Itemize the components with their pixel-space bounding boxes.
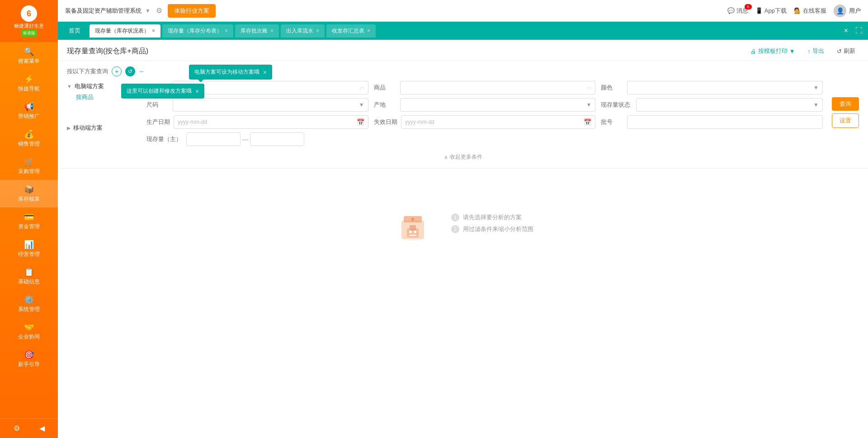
collapse-btn[interactable]: ∧ 收起更多条件 — [444, 153, 482, 161]
color-select[interactable]: ▼ — [627, 81, 823, 94]
tree-expand-icon-mobile: ▶ — [67, 125, 71, 131]
main-area: 装备及固定资产辅助管理系统 ▼ ⚙ 体验行业方案 💬 消息 6 📱 App下载 … — [58, 0, 868, 438]
tooltip-close-icon[interactable]: × — [263, 69, 267, 76]
tab-close-icon[interactable]: × — [270, 28, 274, 34]
origin-select[interactable]: ▼ — [400, 98, 596, 112]
expire-date-input[interactable]: yyyy-mm-dd 📅 — [401, 115, 596, 129]
system-name: 装备及固定资产辅助管理系统 — [65, 7, 142, 15]
scheme-desktop-label: 电脑端方案 — [75, 82, 104, 90]
sidebar: 6 畅捷通好生意 标准版 🔍 搜索菜单 ⚡ 快捷导航 📢 营销推广 💰 销售管理… — [0, 0, 58, 438]
support-label: 在线客服 — [803, 7, 826, 15]
sidebar-item-label: 快捷导航 — [18, 85, 40, 93]
tab-close-icon[interactable]: × — [152, 28, 155, 34]
tab-label: 出入库流水 — [286, 27, 313, 35]
filter-fields: 仓库 ··· 商品 ··· — [146, 81, 859, 150]
export-btn[interactable]: ↑ 导出 — [804, 45, 828, 57]
search-btn[interactable]: 查询 — [832, 97, 859, 111]
close-all-tabs-icon[interactable]: × — [842, 25, 850, 37]
tab-home[interactable]: 首页 — [61, 23, 88, 38]
sidebar-item-guide[interactable]: 🎯 新手引导 — [0, 345, 58, 373]
status-select[interactable]: ▼ — [636, 98, 823, 112]
system-icon: ⚙️ — [24, 295, 34, 305]
stock-min-input[interactable] — [186, 132, 241, 146]
size-select[interactable]: ▼ — [173, 98, 368, 112]
product-label: 商品 — [374, 84, 396, 92]
tab-close-icon[interactable]: × — [316, 28, 319, 34]
set-btn[interactable]: 设置 — [832, 113, 859, 128]
marketing-icon: 📢 — [24, 102, 34, 112]
tab-inout-flow[interactable]: 出入库流水 × — [281, 24, 325, 38]
avatar: 👤 — [834, 5, 846, 17]
empty-state: 1 请先选择要分析的方案 2 用过滤条件来缩小分析范围 — [58, 169, 868, 282]
logo-icon: 6 — [21, 5, 37, 22]
filter-area: 电脑方案可设为移动方案哦 × 按以下方案查询 + ↺ ← 这里可以创建和修改方案… — [58, 61, 868, 169]
svg-point-2 — [411, 218, 414, 221]
stock-max-input[interactable] — [250, 132, 304, 146]
filter-label: 按以下方案查询 — [67, 67, 108, 75]
notice-btn[interactable]: 💬 消息 6 — [727, 7, 748, 15]
filter-row-2: 尺码 ▼ 产地 ▼ — [146, 98, 823, 112]
tab-inventory-dist[interactable]: 现存量（库存分布表） × — [162, 24, 233, 38]
user-menu[interactable]: 👤 用户 — [834, 5, 861, 17]
tab-close-icon[interactable]: × — [225, 28, 228, 34]
settings-icon[interactable]: ⚙ — [12, 422, 22, 434]
sales-icon: 💰 — [24, 129, 34, 139]
filter-field-stock: 现存量（主） — — [146, 132, 304, 146]
sidebar-item-operation[interactable]: 📊 经营管理 — [0, 235, 58, 263]
refresh-btn[interactable]: ↺ 刷新 — [833, 45, 859, 57]
system-dropdown-icon[interactable]: ▼ — [145, 8, 151, 14]
tab-receive-summary[interactable]: 收发存汇总表 × — [326, 24, 376, 38]
stock-range: — — [186, 132, 304, 146]
empty-illustration — [392, 205, 433, 245]
tab-close-icon[interactable]: × — [367, 28, 370, 34]
collapse-label: 收起更多条件 — [450, 153, 482, 161]
filter-add-btn[interactable]: + — [112, 66, 122, 76]
step-text-2: 用过滤条件来缩小分析范围 — [463, 225, 533, 233]
fullscreen-icon[interactable]: ⛶ — [854, 25, 864, 37]
guide-icon: 🎯 — [24, 350, 34, 360]
sidebar-item-basic[interactable]: 📋 基础信息 — [0, 263, 58, 290]
filter-field-color: 颜色 ▼ — [601, 81, 823, 94]
produce-date-input[interactable]: yyyy-mm-dd 📅 — [174, 115, 368, 129]
sidebar-item-capital[interactable]: 💳 资金管理 — [0, 207, 58, 235]
filter-edit-btn[interactable]: ↺ — [125, 66, 135, 76]
sidebar-item-marketing[interactable]: 📢 营销推广 — [0, 97, 58, 125]
industry-btn[interactable]: 体验行业方案 — [168, 4, 216, 18]
product-select[interactable]: ··· — [400, 81, 596, 94]
sidebar-item-inventory[interactable]: 📦 库存核算 — [0, 180, 58, 207]
topbar: 装备及固定资产辅助管理系统 ▼ ⚙ 体验行业方案 💬 消息 6 📱 App下载 … — [58, 0, 868, 22]
color-dropdown-icon: ▼ — [813, 85, 819, 91]
sidebar-item-sales[interactable]: 💰 销售管理 — [0, 125, 58, 152]
sidebar-item-system[interactable]: ⚙️ 系统管理 — [0, 290, 58, 318]
topbar-settings-icon[interactable]: ⚙ — [156, 6, 162, 15]
sidebar-item-quick[interactable]: ⚡ 快捷导航 — [0, 70, 58, 97]
tooltip-edit-close-icon[interactable]: × — [195, 88, 199, 95]
batch-label: 批号 — [601, 118, 623, 126]
page-header: 现存量查询(按仓库+商品) 🖨 按模板打印 ▼ ↑ 导出 ↺ 刷新 — [58, 40, 868, 61]
expire-date-label: 失效日期 — [374, 118, 397, 126]
scheme-mobile[interactable]: ▶ 移动端方案 — [67, 122, 139, 133]
tab-inventory-status[interactable]: 现存量（库存状况表） × — [90, 24, 160, 38]
sidebar-item-label: 系统管理 — [18, 306, 40, 313]
tab-batch-account[interactable]: 库存批次账 × — [235, 24, 279, 38]
sidebar-item-enterprise[interactable]: 🤝 企业协同 — [0, 318, 58, 345]
batch-input[interactable] — [627, 115, 823, 129]
sidebar-item-label: 搜索菜单 — [18, 57, 40, 65]
filter-field-expire-date: 失效日期 yyyy-mm-dd 📅 — [374, 115, 596, 129]
sidebar-item-purchase[interactable]: 🛒 采购管理 — [0, 152, 58, 180]
app-download-btn[interactable]: 📱 App下载 — [755, 7, 787, 15]
online-support-btn[interactable]: 💁 在线客服 — [794, 7, 826, 15]
tab-label: 收发存汇总表 — [332, 27, 364, 35]
quick-icon: ⚡ — [24, 74, 34, 84]
print-icon: 🖨 — [750, 48, 756, 55]
username: 用户 — [849, 7, 861, 15]
export-icon: ↑ — [808, 48, 811, 55]
print-btn[interactable]: 🖨 按模板打印 ▼ — [747, 45, 799, 57]
scheme-item-label: 按商品 — [76, 93, 94, 101]
filter-back-icon[interactable]: ← — [139, 68, 145, 75]
sidebar-item-label: 新手引导 — [18, 361, 40, 368]
sidebar-item-label: 销售管理 — [18, 140, 40, 148]
purchase-icon: 🛒 — [24, 157, 34, 167]
collapse-sidebar-icon[interactable]: ◀ — [38, 422, 47, 434]
sidebar-item-search[interactable]: 🔍 搜索菜单 — [0, 42, 58, 70]
